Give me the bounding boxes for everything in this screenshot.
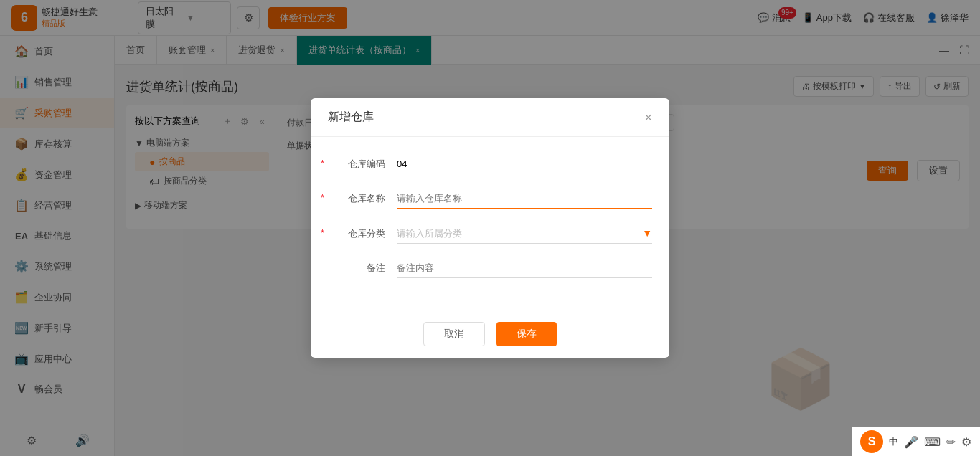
save-button[interactable]: 保存 — [496, 322, 557, 346]
code-input[interactable] — [397, 154, 652, 174]
form-row-note: 备注 — [328, 258, 652, 278]
category-select-wrapper: 请输入所属分类 ▼ — [397, 223, 652, 244]
form-row-category: 仓库分类 请输入所属分类 ▼ — [328, 223, 652, 244]
name-input[interactable] — [397, 189, 652, 209]
chinese-input-icon[interactable]: 中 — [889, 435, 898, 448]
name-label: 仓库名称 — [328, 192, 385, 205]
handwriting-icon[interactable]: ✏ — [946, 435, 956, 449]
keyboard-icon[interactable]: ⌨ — [924, 435, 941, 449]
category-select[interactable]: 请输入所属分类 — [397, 228, 642, 239]
cancel-button[interactable]: 取消 — [423, 322, 485, 346]
category-label: 仓库分类 — [328, 227, 385, 240]
category-arrow-icon: ▼ — [642, 227, 652, 239]
more-input-icon[interactable]: ⚙ — [961, 435, 971, 449]
note-input[interactable] — [397, 258, 652, 278]
modal-footer: 取消 保存 — [311, 310, 669, 358]
s-logo-icon: S — [860, 430, 883, 453]
code-label: 仓库编码 — [328, 158, 385, 171]
modal-title: 新增仓库 — [328, 110, 374, 125]
modal-header: 新增仓库 × — [311, 98, 669, 137]
microphone-icon[interactable]: 🎤 — [904, 435, 918, 449]
note-label: 备注 — [328, 262, 385, 275]
form-row-name: 仓库名称 — [328, 189, 652, 209]
modal-body: 仓库编码 仓库名称 仓库分类 请输入所属分类 ▼ 备注 — [311, 137, 669, 310]
bottom-toolbar: S 中 🎤 ⌨ ✏ ⚙ — [852, 427, 980, 456]
new-warehouse-modal: 新增仓库 × 仓库编码 仓库名称 仓库分类 请输入所属分类 ▼ 备注 — [311, 98, 669, 358]
form-row-code: 仓库编码 — [328, 154, 652, 174]
modal-close-button[interactable]: × — [644, 111, 652, 124]
